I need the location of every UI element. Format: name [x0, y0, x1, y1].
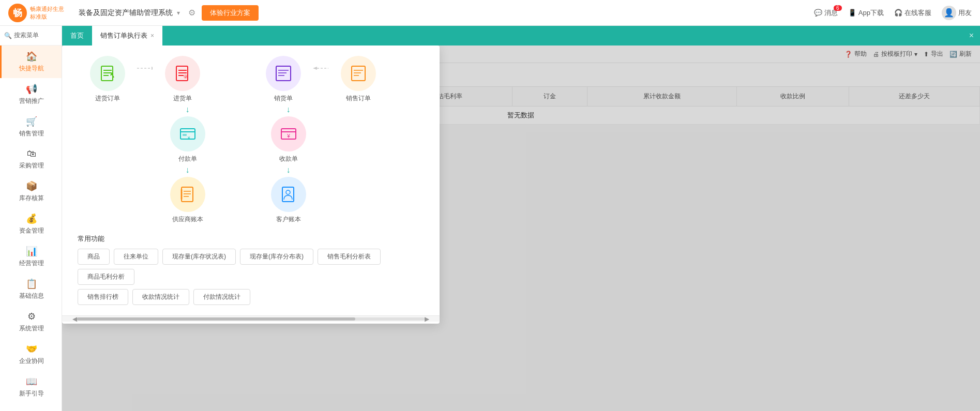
app-body: 🔍 搜索菜单 🏠 快捷导航 📢 营销推广 🛒 销售管理 🛍 采购管理 📦 库存核…: [0, 26, 980, 411]
common-functions-section: 常用功能 商品 往来单位 现存量(库存状况表) 现存量(库存分布表) 销售毛利分…: [62, 229, 440, 315]
service-icon: 🎧: [894, 9, 902, 17]
message-icon: 💬: [814, 9, 822, 17]
btn-stock-status[interactable]: 现存量(库存状况表): [162, 249, 236, 265]
online-service-label: 在线客服: [904, 8, 931, 18]
sidebar-item-sales[interactable]: 🛒 销售管理: [0, 111, 62, 143]
down-arrow-receipt: ↓: [259, 163, 318, 177]
window-close-icon[interactable]: ×: [969, 31, 974, 40]
quick-nav-icon: 🏠: [26, 51, 37, 62]
guide-icon: 📖: [26, 376, 37, 387]
system-icon: ⚙: [27, 311, 36, 322]
btn-payment-stats[interactable]: 付款情况统计: [193, 289, 250, 305]
popup: 进货订单: [62, 45, 440, 324]
btn-sales-rank[interactable]: 销售排行榜: [78, 289, 128, 305]
btn-sales-margin[interactable]: 销售毛利分析表: [318, 249, 381, 265]
svg-rect-24: [183, 134, 187, 136]
payment-circle: ¥: [170, 116, 205, 151]
sidebar-item-system[interactable]: ⚙ 系统管理: [0, 306, 62, 338]
common-buttons-row-2: 销售排行榜 收款情况统计 付款情况统计: [78, 289, 424, 305]
sales-bill-label: 销货单: [274, 94, 293, 103]
svg-point-35: [286, 190, 290, 194]
sidebar-item-marketing[interactable]: 📢 营销推广: [0, 78, 62, 111]
sidebar-item-inventory[interactable]: 📦 库存核算: [0, 175, 62, 208]
search-icon: 🔍: [4, 32, 12, 39]
flow-node-supplier-ledger[interactable]: 供应商账本: [158, 177, 217, 224]
btn-product-margin[interactable]: 商品毛利分析: [78, 269, 134, 285]
message-button[interactable]: 💬 消息 6: [814, 8, 838, 18]
top-header: 畅 畅康通好生意标准版 装备及固定资产辅助管理系统 ▾ ⚙ 体验行业方案 💬 消…: [0, 0, 980, 26]
sidebar-search-label: 搜索菜单: [14, 31, 39, 40]
scroll-right-icon[interactable]: ▶: [425, 315, 429, 323]
popup-scrollbar: ◀ ▶: [62, 315, 440, 322]
overlay[interactable]: 进货订单: [62, 45, 980, 411]
cooperation-icon: 🤝: [26, 343, 37, 355]
flow-node-purchase-bill[interactable]: ✓ 进货单: [153, 56, 212, 103]
sales-order-label: 销售订单: [346, 94, 371, 103]
scrollbar-track[interactable]: [77, 317, 425, 321]
sidebar-item-guide[interactable]: 📖 新手引导: [0, 371, 62, 403]
system-title-area: 装备及固定资产辅助管理系统 ▾ ⚙: [79, 8, 195, 18]
sidebar-item-basic[interactable]: 📋 基础信息: [0, 273, 62, 306]
down-arrow-sales-bill: ↓: [259, 103, 318, 116]
btn-receipt-stats[interactable]: 收款情况统计: [132, 289, 189, 305]
flow-node-sales-order[interactable]: 销售订单: [328, 56, 388, 103]
sidebar-item-label-purchase: 采购管理: [19, 161, 44, 170]
sidebar-item-label-system: 系统管理: [19, 324, 44, 333]
sidebar-item-finance[interactable]: 💰 资金管理: [0, 208, 62, 240]
btn-stock-dist[interactable]: 现存量(库存分布表): [240, 249, 313, 265]
flow-node-purchase-order[interactable]: 进货订单: [78, 56, 137, 103]
svg-text:¥: ¥: [287, 133, 290, 139]
download-icon: 📱: [848, 9, 856, 17]
btn-product[interactable]: 商品: [78, 249, 110, 265]
tab-home[interactable]: 首页: [62, 26, 92, 45]
sidebar-item-purchase[interactable]: 🛍 采购管理: [0, 143, 62, 175]
message-badge: 6: [834, 5, 842, 11]
svg-rect-29: [182, 187, 193, 202]
flow-arrow-row-1: ↓ ↓: [78, 103, 424, 116]
down-arrow-purchase-bill: ↓: [158, 103, 217, 116]
svg-rect-18: [352, 66, 365, 81]
flow-node-sales-bill[interactable]: 销货单: [253, 56, 313, 103]
tab-sales-order-exec[interactable]: 销售订单执行表 ×: [92, 26, 162, 45]
flow-node-customer-ledger[interactable]: 客户账本: [259, 177, 318, 224]
customer-ledger-label: 客户账本: [276, 215, 301, 224]
sidebar-item-quick-nav[interactable]: 🏠 快捷导航: [0, 45, 62, 78]
flow-node-payment[interactable]: ¥ 付款单: [158, 116, 217, 163]
sidebar-item-label-basic: 基础信息: [19, 292, 44, 300]
sidebar: 🔍 搜索菜单 🏠 快捷导航 📢 营销推广 🛒 销售管理 🛍 采购管理 📦 库存核…: [0, 26, 62, 411]
sales-order-exec-tab-label: 销售订单执行表: [100, 31, 147, 40]
svg-rect-12: [276, 66, 291, 81]
sales-bill-circle: [266, 56, 301, 91]
online-service-button[interactable]: 🎧 在线客服: [894, 8, 931, 18]
purchase-order-label: 进货订单: [95, 94, 120, 103]
flow-row-1: 进货订单: [78, 56, 424, 103]
receipt-circle: ¥: [271, 116, 306, 151]
settings-icon[interactable]: ⚙: [188, 8, 195, 18]
supplier-ledger-label: 供应商账本: [172, 215, 203, 224]
main-content: 首页 销售订单执行表 × × ❓ 帮助 🖨 按模板打印 ▾: [62, 26, 980, 411]
sidebar-item-label-guide: 新手引导: [19, 389, 44, 398]
sidebar-item-operations[interactable]: 📊 经营管理: [0, 240, 62, 273]
basic-icon: 📋: [26, 278, 37, 290]
btn-counterpart[interactable]: 往来单位: [114, 249, 158, 265]
arrow-purchase-order-to-bill: [137, 56, 153, 71]
scrollbar-thumb: [77, 317, 355, 321]
scroll-left-icon[interactable]: ◀: [72, 315, 77, 323]
page-area: ❓ 帮助 🖨 按模板打印 ▾ ⬆ 导出 🔄 刷新: [62, 45, 980, 411]
arrow-sales-order-to-bill: [313, 56, 328, 71]
flow-node-receipt[interactable]: ¥ 收款单: [259, 116, 318, 163]
marketing-icon: 📢: [26, 83, 37, 95]
trial-button[interactable]: 体验行业方案: [202, 5, 259, 21]
user-menu[interactable]: 👤 用友: [942, 6, 972, 20]
header-right: 💬 消息 6 📱 App下载 🎧 在线客服 👤 用友: [814, 6, 972, 20]
receipt-label: 收款单: [279, 155, 298, 163]
dropdown-arrow-icon[interactable]: ▾: [177, 9, 180, 17]
flow-area: 进货订单: [62, 45, 440, 229]
tab-bar: 首页 销售订单执行表 × ×: [62, 26, 980, 45]
popup-content: 进货订单: [62, 45, 440, 324]
sidebar-search[interactable]: 🔍 搜索菜单: [0, 26, 62, 45]
system-title-text: 装备及固定资产辅助管理系统: [79, 8, 173, 18]
sidebar-item-cooperation[interactable]: 🤝 企业协同: [0, 338, 62, 371]
app-download-button[interactable]: 📱 App下载: [848, 8, 884, 18]
tab-close-icon[interactable]: ×: [150, 32, 154, 39]
